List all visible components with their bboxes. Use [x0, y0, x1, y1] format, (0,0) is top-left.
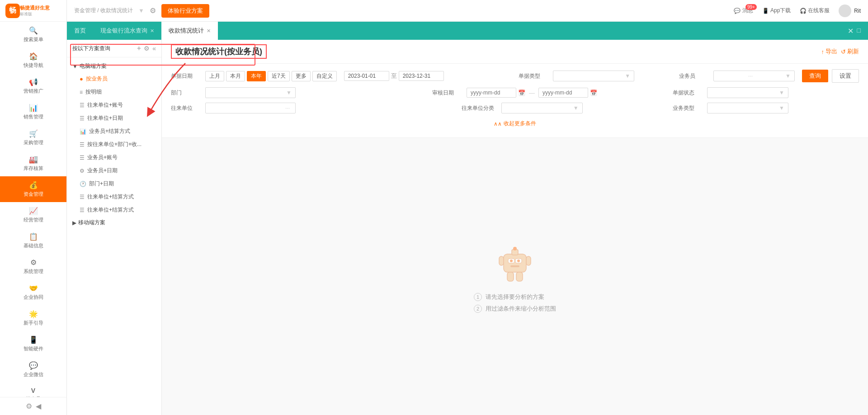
partner-more-btn[interactable]: ··· [285, 105, 290, 111]
date-btn-this-month[interactable]: 本月 [226, 71, 245, 81]
window-max-btn[interactable]: □ [857, 27, 861, 35]
filter-actions: 查询 设置 [802, 69, 859, 83]
tree-item-unit-account[interactable]: ☰ 往来单位+账号 [67, 99, 161, 112]
salesperson-date-icon: ⚙ [80, 168, 85, 174]
panel-collapse-icon[interactable]: « [152, 45, 156, 52]
tab-home[interactable]: 首页 [67, 22, 93, 40]
salesperson-select[interactable]: ··· ▼ [713, 71, 795, 81]
sidebar-label-operation: 经营管理 [24, 217, 43, 223]
date-btn-last-month[interactable]: 上月 [205, 71, 224, 81]
unit-account-icon: ☰ [80, 102, 85, 108]
sidebar-item-system[interactable]: ⚙系统管理 [0, 254, 66, 279]
salesperson-more-icon: ··· [748, 73, 753, 79]
unit-settlement1-icon: ☰ [80, 194, 85, 200]
app-download-label: App下载 [770, 7, 791, 14]
audit-to-input[interactable] [538, 88, 588, 98]
refresh-icon: ↺ [841, 48, 846, 55]
date-btn-this-year[interactable]: 本年 [247, 71, 266, 81]
topbar-right: 💬 消息 99+ 📱 App下载 🎧 在线客服 Rit [734, 5, 861, 17]
user-avatar-area[interactable]: Rit [839, 5, 861, 17]
sidebar-item-search[interactable]: 🔍搜索菜单 [0, 22, 66, 47]
user-avatar [839, 5, 851, 17]
tab-receipt-stats[interactable]: 收款情况统计 ✕ [161, 22, 218, 40]
sidebar-item-warehouse[interactable]: 🏭库存核算 [0, 151, 66, 176]
tree-item-salesperson-account[interactable]: ☰ 业务员+账号 [67, 151, 161, 164]
sidebar-settings-icon[interactable]: ⚙ [26, 402, 32, 410]
biz-type-label: 业务类型 [673, 104, 700, 112]
hint-item-2: 2 用过滤条件来缩小分析范围 [474, 305, 556, 313]
unit-date-label: 往来单位+日期 [87, 114, 123, 122]
window-close-btn[interactable]: ✕ [848, 27, 854, 35]
collapse-btn[interactable]: ∧∧ 收起更多条件 [494, 116, 536, 131]
partner-select[interactable]: ··· [205, 103, 296, 113]
topbar-app-download[interactable]: 📱 App下载 [762, 7, 791, 14]
tree-item-salesperson-date[interactable]: ⚙ 业务员+日期 [67, 164, 161, 177]
tree-item-unit-dept-receipt[interactable]: ☰ 按往来单位+部门+收... [67, 138, 161, 151]
trial-btn[interactable]: 体验行业方案 [161, 4, 209, 18]
date-btn-more[interactable]: 更多 [292, 71, 311, 81]
date-btn-7days[interactable]: 近7天 [268, 71, 290, 81]
sidebar-item-operation[interactable]: 📈经营管理 [0, 202, 66, 228]
topbar-settings-icon[interactable]: ⚙ [150, 6, 156, 15]
sidebar-collapse-icon[interactable]: ◀ [36, 402, 41, 410]
filter-area: 单据日期 上月 本月 本年 近7天 更多 自定义 至 [162, 64, 868, 138]
partner-category-select[interactable]: ▼ [501, 103, 583, 113]
biz-type-select[interactable]: ▼ [707, 103, 788, 113]
sidebar-label-finance: 资金管理 [24, 191, 43, 198]
date-from-input[interactable] [344, 71, 389, 81]
sidebar-item-enterprise[interactable]: 🤝企业协同 [0, 279, 66, 305]
tree-item-dept-date[interactable]: 🕐 部门+日期 [67, 177, 161, 190]
tab-receipt-stats-close[interactable]: ✕ [207, 28, 211, 34]
date-btn-custom[interactable]: 自定义 [312, 71, 337, 81]
service-icon: 🎧 [800, 8, 807, 14]
dept-select[interactable]: ▼ [205, 87, 296, 98]
tree-item-salesperson[interactable]: ● 按业务员 [67, 72, 161, 85]
sidebar-item-wechat[interactable]: 💬企业微信 [0, 357, 66, 382]
sidebar-nav: 🔍搜索菜单 🏠快捷导航 📢营销推广 📊销售管理 🛒采购管理 🏭库存核算 💰资金管… [0, 22, 66, 397]
date-to-input[interactable] [399, 71, 444, 81]
date-input-group: 至 [344, 71, 444, 81]
bill-type-select[interactable]: ▼ [553, 71, 634, 81]
dept-arrow: ▼ [286, 90, 292, 96]
unit-dept-icon: ☰ [80, 141, 85, 148]
tab-bank-flow[interactable]: 现金银行流水查询 ✕ [93, 22, 161, 40]
mobile-group-header[interactable]: ▶ 移动端方案 [67, 217, 161, 229]
date-separator: 至 [391, 72, 397, 80]
tree-item-unit-settlement2[interactable]: ☰ 往来单位+结算方式 [67, 203, 161, 217]
hint-item-1: 1 请先选择要分析的方案 [474, 293, 556, 301]
pc-group-header[interactable]: ▼ 电脑端方案 [67, 60, 161, 72]
topbar-online-service[interactable]: 🎧 在线客服 [800, 7, 830, 14]
tree-item-salesperson-settlement[interactable]: 📊 业务员+结算方式 [67, 125, 161, 138]
query-button[interactable]: 查询 [802, 70, 828, 82]
sidebar-item-finance[interactable]: 💰资金管理 [0, 176, 66, 202]
topbar-messages[interactable]: 💬 消息 99+ [734, 7, 753, 14]
refresh-button[interactable]: ↺ 刷新 [841, 47, 859, 56]
sidebar-item-sales[interactable]: 📊销售管理 [0, 99, 66, 125]
tree-item-unit-date[interactable]: ☰ 往来单位+日期 [67, 112, 161, 125]
sidebar-item-purchase[interactable]: 🛒采购管理 [0, 125, 66, 151]
tree-item-unit-settlement1[interactable]: ☰ 往来单位+结算方式 [67, 190, 161, 203]
logo-name: 畅捷通好生意 [20, 5, 50, 11]
export-button[interactable]: ↑ 导出 [821, 47, 838, 56]
sidebar-item-basic[interactable]: 📋基础信息 [0, 228, 66, 254]
dept-date-label: 部门+日期 [89, 180, 114, 188]
sidebar-item-marketing[interactable]: 📢营销推广 [0, 73, 66, 99]
audit-to-calendar-icon[interactable]: 📅 [590, 90, 597, 96]
sidebar-item-quick-nav[interactable]: 🏠快捷导航 [0, 47, 66, 73]
biz-type-arrow: ▼ [779, 105, 784, 111]
audit-from-input[interactable] [467, 88, 516, 98]
sidebar-item-guide[interactable]: 🌟新手引导 [0, 305, 66, 331]
bill-status-select[interactable]: ▼ [707, 87, 788, 98]
sidebar-item-vip[interactable]: V畅会员 [0, 382, 66, 397]
scheme-settings-icon[interactable]: ⚙ [144, 45, 150, 52]
salesperson-settlement-label: 业务员+结算方式 [89, 127, 130, 135]
settings-button[interactable]: 设置 [832, 69, 859, 83]
sidebar-item-hardware[interactable]: 📱智能硬件 [0, 331, 66, 357]
filter-row-1: 单据日期 上月 本月 本年 近7天 更多 自定义 至 [171, 69, 859, 83]
tab-bank-flow-close[interactable]: ✕ [150, 28, 154, 34]
add-scheme-icon[interactable]: + [137, 44, 141, 52]
page-header-actions: ↑ 导出 ↺ 刷新 [821, 47, 859, 56]
page-header: 收款情况统计(按业务员) ↑ 导出 ↺ 刷新 [162, 40, 868, 64]
audit-from-calendar-icon[interactable]: 📅 [518, 90, 525, 96]
tree-item-detail[interactable]: ≡ 按明细 [67, 85, 161, 99]
